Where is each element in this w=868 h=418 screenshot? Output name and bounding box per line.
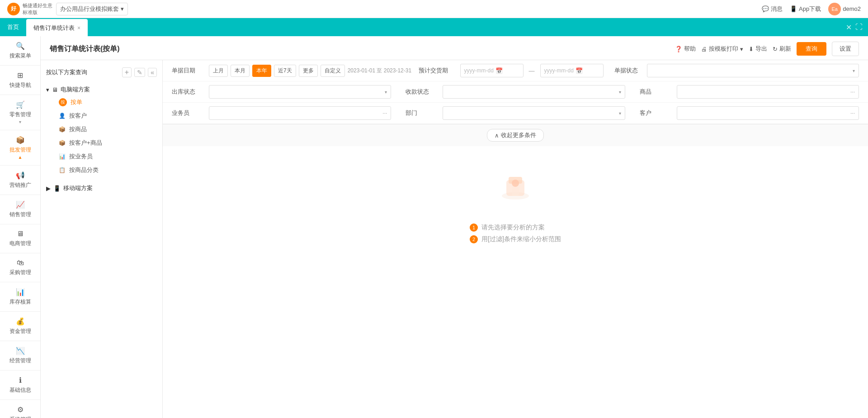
sidebar-item-inventory[interactable]: 📊 库存核算 bbox=[0, 282, 40, 312]
scheme-item-by-customer-product[interactable]: 📦 按客户+商品 bbox=[46, 136, 157, 150]
bill-status-arrow-icon: ▾ bbox=[853, 68, 855, 73]
tab-home[interactable]: 首页 bbox=[0, 18, 26, 36]
filter-area: 按以下方案查询 + ✎ « ▾ 🖥 电脑端方案 按 按单 bbox=[41, 60, 868, 418]
tab-bar-actions: ✕ ⛶ bbox=[846, 23, 868, 32]
scheme-category-pc-header[interactable]: ▾ 🖥 电脑端方案 bbox=[46, 84, 157, 95]
basic-icon: ℹ bbox=[19, 376, 22, 385]
user-menu[interactable]: Ea demo2 bbox=[828, 3, 861, 15]
app-selector[interactable]: 办公用品行业模拟账套 ▾ bbox=[56, 3, 128, 15]
top-bar-left: 好 畅捷通好生意 标准版 办公用品行业模拟账套 ▾ bbox=[7, 2, 128, 15]
calendar-end-icon: 📅 bbox=[576, 67, 583, 74]
sidebar-item-wholesale[interactable]: 📦 批发管理 ▲ bbox=[0, 130, 40, 166]
scheme-edit-icon[interactable]: ✎ bbox=[134, 68, 145, 77]
collapse-button[interactable]: ∧ 收起更多条件 bbox=[487, 129, 544, 142]
sidebar-item-operation[interactable]: 📉 经营管理 bbox=[0, 341, 40, 370]
help-button[interactable]: ❓ 帮助 bbox=[675, 45, 696, 53]
ecommerce-icon: 🖥 bbox=[17, 230, 24, 238]
sidebar-item-basic[interactable]: ℹ 基础信息 bbox=[0, 370, 40, 400]
scheme-collapse-icon[interactable]: « bbox=[148, 68, 157, 77]
template-print-button[interactable]: 🖨 按模板打印 ▾ bbox=[701, 45, 743, 53]
scheme-item-by-customer[interactable]: 👤 按客户 bbox=[46, 109, 157, 123]
scheme-add-icon[interactable]: + bbox=[122, 67, 132, 77]
query-button[interactable]: 查询 bbox=[797, 42, 826, 56]
customer-product-icon: 📦 bbox=[59, 140, 66, 146]
app-download-button[interactable]: 📱 App下载 bbox=[790, 5, 821, 13]
department-arrow-icon: ▾ bbox=[619, 111, 621, 116]
operation-icon: 📉 bbox=[16, 347, 25, 355]
filter-panel: 单据日期 上月 本月 本年 近7天 更多 自定义 2023-01-01 至 20… bbox=[163, 60, 868, 418]
date-btn-more[interactable]: 更多 bbox=[299, 65, 318, 77]
scheme-item-by-product[interactable]: 📦 按商品 bbox=[46, 123, 157, 136]
customer-filter-label: 客户 bbox=[640, 109, 671, 117]
date-btn-custom[interactable]: 自定义 bbox=[321, 65, 345, 77]
window-expand-icon[interactable]: ⛶ bbox=[855, 23, 863, 31]
sidebar: 🔍 搜索菜单 ⊞ 快捷导航 🛒 零售管理 ▾ 📦 批发管理 ▲ 📢 营销推广 📈… bbox=[0, 36, 41, 418]
date-btn-7days[interactable]: 近7天 bbox=[274, 65, 296, 77]
export-button[interactable]: ⬇ 导出 bbox=[749, 45, 767, 53]
logo-area: 好 畅捷通好生意 标准版 bbox=[7, 2, 52, 15]
empty-tip-1: 1 请先选择要分析的方案 bbox=[470, 223, 561, 232]
date-input-end[interactable]: yyyy-mm-dd 📅 bbox=[540, 64, 604, 77]
scheme-item-by-order[interactable]: 按 按单 bbox=[46, 95, 157, 109]
customer-more-icon[interactable]: ··· bbox=[850, 110, 855, 116]
category-arrow-icon: ▾ bbox=[46, 86, 49, 93]
refresh-button[interactable]: ↻ 刷新 bbox=[773, 45, 791, 53]
delivery-status-select[interactable]: ▾ bbox=[209, 85, 391, 99]
filter-row-2: 出库状态 ▾ 收款状态 ▾ 商品 ··· bbox=[163, 81, 868, 103]
sidebar-item-system[interactable]: ⚙ 系统管理 bbox=[0, 400, 40, 418]
date-label: 单据日期 bbox=[172, 66, 203, 75]
customer-input[interactable]: ··· bbox=[677, 106, 859, 120]
date-input-start[interactable]: yyyy-mm-dd 📅 bbox=[460, 64, 524, 77]
filter-row-3: 业务员 ··· 部门 ▾ 客户 ··· bbox=[163, 103, 868, 124]
filter-row-1: 单据日期 上月 本月 本年 近7天 更多 自定义 2023-01-01 至 20… bbox=[163, 60, 868, 81]
department-label: 部门 bbox=[406, 109, 437, 117]
scheme-item-by-category[interactable]: 📋 按商品分类 bbox=[46, 163, 157, 177]
top-bar: 好 畅捷通好生意 标准版 办公用品行业模拟账套 ▾ 💬 消息 📱 App下载 E… bbox=[0, 0, 868, 18]
date-btn-group: 上月 本月 本年 近7天 更多 自定义 2023-01-01 至 2023-12… bbox=[209, 65, 413, 77]
sidebar-item-retail[interactable]: 🛒 零售管理 ▾ bbox=[0, 95, 40, 130]
selector-arrow-icon: ▾ bbox=[121, 5, 124, 12]
message-button[interactable]: 💬 消息 bbox=[762, 5, 783, 13]
empty-illustration bbox=[493, 164, 538, 218]
mobile-arrow-icon: ▶ bbox=[46, 185, 51, 192]
settings-button[interactable]: 设置 bbox=[832, 42, 859, 56]
sidebar-item-marketing[interactable]: 📢 营销推广 bbox=[0, 166, 40, 195]
category-folder-icon: 🖥 bbox=[52, 86, 58, 93]
sidebar-item-sales[interactable]: 📈 销售管理 bbox=[0, 195, 40, 224]
top-bar-right: 💬 消息 📱 App下载 Ea demo2 bbox=[762, 3, 861, 15]
print-arrow-icon: ▾ bbox=[740, 46, 743, 52]
sidebar-item-search[interactable]: 🔍 搜索菜单 bbox=[0, 36, 40, 66]
window-close-icon[interactable]: ✕ bbox=[846, 23, 852, 32]
date-btn-this-year[interactable]: 本年 bbox=[252, 65, 271, 77]
scheme-item-by-salesperson[interactable]: 📊 按业务员 bbox=[46, 150, 157, 163]
product-more-icon[interactable]: ··· bbox=[850, 89, 855, 95]
date-range-text: 2023-01-01 至 2023-12-31 bbox=[348, 67, 411, 75]
sidebar-item-ecommerce[interactable]: 🖥 电商管理 bbox=[0, 224, 40, 253]
main-layout: 🔍 搜索菜单 ⊞ 快捷导航 🛒 零售管理 ▾ 📦 批发管理 ▲ 📢 营销推广 📈… bbox=[0, 36, 868, 418]
salesperson-more-icon[interactable]: ··· bbox=[382, 110, 387, 116]
svg-rect-4 bbox=[512, 187, 519, 196]
date-btn-last-month[interactable]: 上月 bbox=[209, 65, 228, 77]
marketing-icon: 📢 bbox=[16, 171, 25, 180]
page-title: 销售订单统计表(按单) bbox=[50, 44, 120, 54]
tab-sales-order[interactable]: 销售订单统计表 × bbox=[26, 19, 88, 37]
bill-status-select[interactable]: ▾ bbox=[647, 64, 859, 77]
sidebar-item-purchase[interactable]: 🛍 采购管理 bbox=[0, 253, 40, 282]
date-btn-this-month[interactable]: 本月 bbox=[231, 65, 250, 77]
export-icon: ⬇ bbox=[749, 46, 754, 52]
sidebar-item-shortcut[interactable]: ⊞ 快捷导航 bbox=[0, 66, 40, 95]
product-input[interactable]: ··· bbox=[677, 85, 859, 99]
tab-close-icon[interactable]: × bbox=[77, 25, 80, 31]
department-select[interactable]: ▾ bbox=[443, 106, 625, 120]
sidebar-item-finance[interactable]: 💰 资金管理 bbox=[0, 312, 40, 341]
help-icon: ❓ bbox=[675, 46, 682, 52]
tip-num-2: 2 bbox=[470, 235, 478, 243]
scheme-category-mobile-header[interactable]: ▶ 📱 移动端方案 bbox=[46, 182, 157, 194]
payment-status-select[interactable]: ▾ bbox=[443, 85, 625, 99]
payment-status-label: 收款状态 bbox=[406, 88, 437, 96]
scheme-header-actions: + ✎ « bbox=[122, 67, 157, 77]
delivery-arrow-icon: ▾ bbox=[385, 90, 387, 95]
bill-status-label: 单据状态 bbox=[614, 66, 642, 75]
collapse-arrow-icon: ∧ bbox=[495, 132, 499, 139]
salesperson-input[interactable]: ··· bbox=[209, 106, 391, 120]
